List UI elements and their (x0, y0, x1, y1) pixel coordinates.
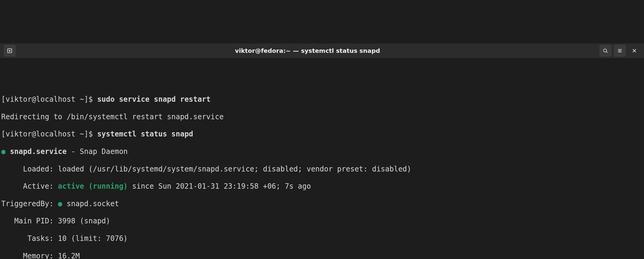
new-tab-button[interactable] (4, 45, 16, 57)
menu-button[interactable] (614, 45, 626, 57)
close-button[interactable] (628, 45, 640, 57)
terminal-output[interactable]: [viktor@localhost ~]$ sudo service snapd… (0, 85, 644, 259)
status-dot-icon: ● (1, 147, 5, 156)
active-rest: since Sun 2021-01-31 23:19:58 +06; 7s ag… (128, 182, 311, 190)
triggered-label: TriggeredBy: (1, 200, 58, 208)
terminal-line: [viktor@localhost ~]$ sudo service snapd… (1, 95, 643, 104)
shell-prompt: [viktor@localhost ~]$ (1, 95, 97, 104)
active-label: Active: (1, 182, 58, 190)
tasks-label: Tasks: (1, 234, 58, 243)
triggered-value: snapd.socket (62, 200, 119, 208)
mainpid-label: Main PID: (1, 217, 58, 225)
terminal-line: Memory: 16.2M (1, 252, 643, 259)
loaded-value: loaded (/usr/lib/systemd/system/snapd.se… (58, 165, 411, 173)
svg-line-4 (606, 52, 607, 53)
hamburger-icon (617, 48, 623, 54)
terminal-line: TriggeredBy: ● snapd.socket (1, 200, 643, 208)
new-tab-icon (7, 48, 13, 54)
memory-value: 16.2M (58, 252, 80, 259)
unit-desc: - Snap Daemon (67, 147, 128, 156)
active-status: active (running) (58, 182, 128, 190)
window-titlebar: viktor@fedora:~ — systemctl status snapd (0, 43, 644, 59)
terminal-line: Loaded: loaded (/usr/lib/systemd/system/… (1, 165, 643, 174)
unit-name: snapd.service (10, 147, 67, 156)
status-dot-icon: ● (58, 200, 62, 208)
terminal-line: [viktor@localhost ~]$ systemctl status s… (1, 130, 643, 139)
terminal-line: Tasks: 10 (limit: 7076) (1, 234, 643, 243)
window-title: viktor@fedora:~ — systemctl status snapd (17, 47, 598, 54)
terminal-line: Active: active (running) since Sun 2021-… (1, 182, 643, 191)
terminal-line: Redirecting to /bin/systemctl restart sn… (1, 113, 643, 121)
search-icon (602, 48, 608, 54)
terminal-line: ● snapd.service - Snap Daemon (1, 147, 643, 156)
loaded-label: Loaded: (1, 165, 58, 173)
svg-point-3 (604, 49, 607, 52)
close-icon (631, 48, 637, 54)
memory-label: Memory: (1, 252, 58, 259)
mainpid-value: 3998 (snapd) (58, 217, 110, 225)
shell-prompt: [viktor@localhost ~]$ (1, 130, 97, 138)
terminal-line: Main PID: 3998 (snapd) (1, 217, 643, 225)
tasks-value: 10 (limit: 7076) (58, 234, 128, 243)
titlebar-right-controls (598, 45, 642, 57)
command: systemctl status snapd (97, 130, 193, 138)
search-button[interactable] (599, 45, 611, 57)
command: sudo service snapd restart (97, 95, 211, 104)
